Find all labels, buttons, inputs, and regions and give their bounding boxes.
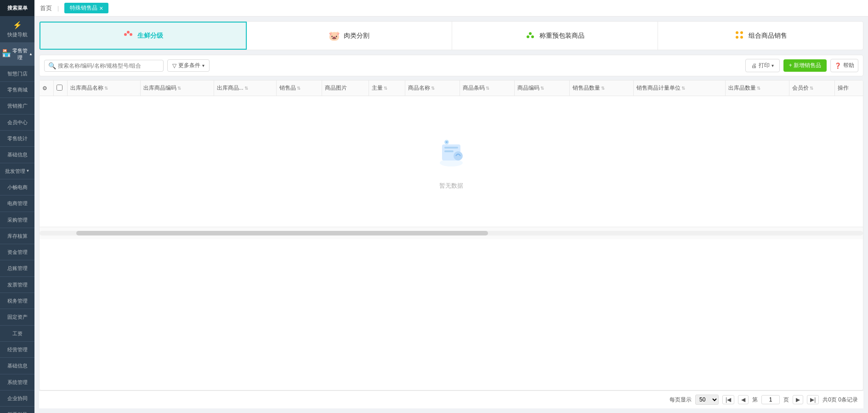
tab-close-button[interactable]: × <box>99 5 103 12</box>
sidebar-item-business-mgmt[interactable]: 经营管理 <box>0 342 34 358</box>
empty-text: 暂无数据 <box>439 182 463 190</box>
sidebar-item-quick-nav[interactable]: ⚡ 快捷导航 <box>0 16 34 43</box>
marketing-label: 营销推广 <box>7 103 28 109</box>
per-page-select[interactable]: 50 10 20 100 <box>695 395 719 405</box>
sidebar: 搜索菜单 ⚡ 快捷导航 🏪 零售管理 ▲ 智慧门店 零售商城 营销推广 会员中心… <box>0 0 34 413</box>
prev-page-button[interactable]: ◀ <box>738 395 749 404</box>
sidebar-item-member-center[interactable]: 会员中心 <box>0 115 34 131</box>
next-page-button[interactable]: ▶ <box>793 395 803 404</box>
sidebar-item-ecommerce-mgmt[interactable]: 电商管理 <box>0 195 34 212</box>
main-content: 首页 | 特殊销售品 × 生鲜分级 🐷 肉类分割 <box>34 0 868 413</box>
sidebar-item-enterprise-collab[interactable]: 企业协同 <box>0 390 34 407</box>
cat-tab-fresh[interactable]: 生鲜分级 <box>40 22 247 50</box>
toolbar-left: 🔍 ▽ 更多条件 ▾ <box>44 59 210 72</box>
svg-point-4 <box>529 32 532 35</box>
sort-icon-sales-item: ⇅ <box>297 86 301 91</box>
page-number-input[interactable] <box>761 395 780 404</box>
breadcrumb-home[interactable]: 首页 <box>40 4 52 12</box>
th-member-price[interactable]: 会员价 ⇅ <box>789 80 835 96</box>
toolbar: 🔍 ▽ 更多条件 ▾ 🖨 打印 ▾ + 新增销售品 <box>39 55 863 76</box>
th-product-name[interactable]: 商品名称 ⇅ <box>405 80 460 96</box>
th-sales-item[interactable]: 销售品 ⇅ <box>276 80 322 96</box>
retail-mall-label: 零售商城 <box>7 86 28 93</box>
sidebar-logo-text: 搜索菜单 <box>7 5 28 11</box>
th-main-qty[interactable]: 主量 ⇅ <box>369 80 405 96</box>
sidebar-item-purchase-mgmt[interactable]: 采购管理 <box>0 212 34 228</box>
svg-point-3 <box>527 35 529 38</box>
svg-point-14 <box>454 151 463 161</box>
th-actions: 操作 <box>835 80 863 96</box>
sidebar-item-tax-mgmt[interactable]: 税务管理 <box>0 293 34 309</box>
total-label: 共0页 0条记录 <box>823 396 858 404</box>
retail-mgmt-label: 零售管理 <box>12 47 28 61</box>
sidebar-item-retail-stats[interactable]: 零售统计 <box>0 131 34 147</box>
table-body: 暂无数据 <box>40 96 863 227</box>
sidebar-item-fund-mgmt[interactable]: 资金管理 <box>0 244 34 260</box>
page-label: 页 <box>783 396 789 404</box>
sidebar-item-retail-mall[interactable]: 零售商城 <box>0 82 34 98</box>
active-tab-label: 特殊销售品 <box>70 4 97 12</box>
wholesale-arrow-icon: ▼ <box>26 169 30 173</box>
sidebar-item-marketing[interactable]: 营销推广 <box>0 98 34 114</box>
data-table-wrapper: ⚙ 出库商品名称 ⇅ 出库商 <box>39 80 863 390</box>
th-product-image: 商品图片 <box>322 80 369 96</box>
svg-point-8 <box>736 36 738 39</box>
help-button[interactable]: ❓ 帮助 <box>830 59 858 72</box>
sidebar-item-basic-info2[interactable]: 基础信息 <box>0 358 34 374</box>
sidebar-item-beginner-guide[interactable]: 新手引导 <box>0 407 34 413</box>
add-button[interactable]: + 新增销售品 <box>783 59 827 72</box>
sort-icon-product-name: ⇅ <box>431 86 435 91</box>
wholesale-mgmt-label: 批发管理 <box>5 168 25 174</box>
th-outbound-spec[interactable]: 出库商品... ⇅ <box>214 80 276 96</box>
cat-tab-meat[interactable]: 🐷 肉类分割 <box>247 22 453 50</box>
sort-icon-product-barcode: ⇅ <box>486 86 489 91</box>
sidebar-item-retail-mgmt[interactable]: 🏪 零售管理 ▲ <box>0 43 34 66</box>
sidebar-item-basic-info[interactable]: 基础信息 <box>0 147 34 163</box>
filter-button[interactable]: ▽ 更多条件 ▾ <box>167 59 210 72</box>
cat-tab-combo[interactable]: 组合商品销售 <box>658 22 863 50</box>
sidebar-item-invoice-mgmt[interactable]: 发票管理 <box>0 277 34 293</box>
th-outbound-name[interactable]: 出库商品名称 ⇅ <box>67 80 141 96</box>
sidebar-item-smart-store[interactable]: 智慧门店 <box>0 66 34 82</box>
horizontal-scrollbar[interactable] <box>40 231 863 235</box>
settings-gear-icon[interactable]: ⚙ <box>42 85 47 92</box>
sort-icon-product-code: ⇅ <box>540 86 544 91</box>
combo-tab-label: 组合商品销售 <box>749 32 787 40</box>
invoice-mgmt-label: 发票管理 <box>7 281 28 288</box>
sort-icon-outbound-spec: ⇅ <box>244 86 248 91</box>
th-sales-qty[interactable]: 销售品数量 ⇅ <box>569 80 633 96</box>
sidebar-item-system-mgmt[interactable]: 系统管理 <box>0 374 34 390</box>
purchase-mgmt-label: 采购管理 <box>7 217 28 223</box>
ecommerce-label: 小畅电商 <box>7 184 28 190</box>
print-button[interactable]: 🖨 打印 ▾ <box>745 59 780 72</box>
sidebar-item-salary[interactable]: 工资 <box>0 326 34 342</box>
sidebar-item-ledger-mgmt[interactable]: 总账管理 <box>0 260 34 276</box>
page-label-pre: 第 <box>752 396 758 404</box>
active-tab-pill[interactable]: 特殊销售品 × <box>64 3 108 13</box>
search-box[interactable]: 🔍 <box>44 60 164 72</box>
sidebar-item-ecommerce[interactable]: 小畅电商 <box>0 179 34 195</box>
first-page-button[interactable]: |◀ <box>722 395 734 404</box>
sidebar-item-fixed-assets[interactable]: 固定资产 <box>0 309 34 325</box>
empty-icon <box>433 133 470 176</box>
sidebar-item-inventory[interactable]: 库存核算 <box>0 228 34 244</box>
th-outbound-code[interactable]: 出库商品编码 ⇅ <box>141 80 214 96</box>
sidebar-logo[interactable]: 搜索菜单 <box>0 0 34 16</box>
select-all-checkbox[interactable] <box>57 85 62 91</box>
cat-tab-weighed[interactable]: 称重预包装商品 <box>452 22 658 50</box>
th-product-barcode[interactable]: 商品条码 ⇅ <box>460 80 515 96</box>
th-sales-unit[interactable]: 销售商品计量单位 ⇅ <box>633 80 725 96</box>
content-area: 生鲜分级 🐷 肉类分割 称重预包装商品 <box>34 17 868 413</box>
th-outbound-qty[interactable]: 出库品数量 ⇅ <box>725 80 789 96</box>
help-label: 帮助 <box>843 62 854 69</box>
last-page-button[interactable]: ▶| <box>807 395 819 404</box>
fund-mgmt-label: 资金管理 <box>7 249 28 255</box>
svg-rect-12 <box>444 147 458 149</box>
th-checkbox[interactable] <box>53 80 67 96</box>
sidebar-item-wholesale-mgmt[interactable]: 批发管理 ▼ <box>0 163 34 179</box>
search-input[interactable] <box>58 63 159 69</box>
print-dropdown-icon: ▾ <box>772 63 774 68</box>
th-product-code[interactable]: 商品编码 ⇅ <box>515 80 569 96</box>
print-label: 打印 <box>759 62 770 69</box>
th-settings[interactable]: ⚙ <box>40 80 53 96</box>
